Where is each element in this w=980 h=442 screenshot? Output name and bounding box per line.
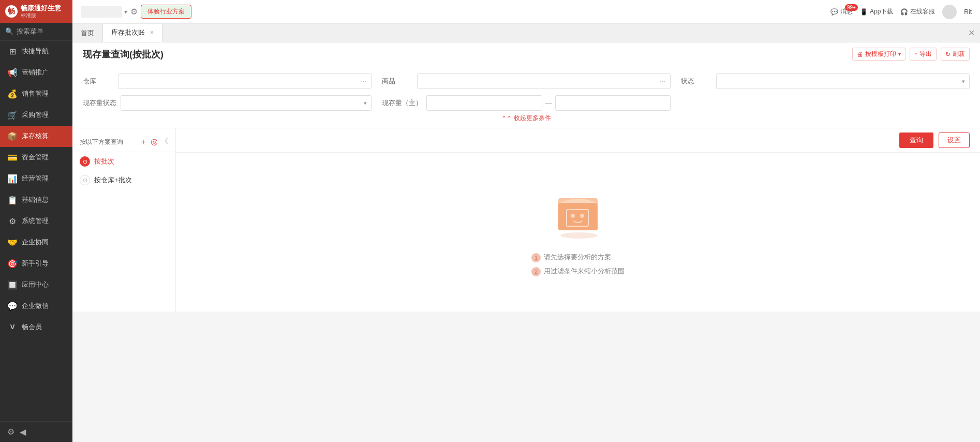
basic-icon: 📋 [7,195,18,205]
sidebar-item-sales[interactable]: 💰 销售管理 [0,83,72,105]
topbar: ▾ ⚙ 体验行业方案 💬 消息 99+ 📱 App下载 🎧 在线客服 Rit [72,0,980,24]
sidebar-item-purchase[interactable]: 🛒 采购管理 [0,105,72,126]
print-dropdown-icon[interactable]: ▾ [898,51,901,57]
query-button[interactable]: 查询 [899,132,933,148]
export-label: 导出 [919,50,932,58]
refresh-label: 刷新 [953,50,965,58]
main-area: ▾ ⚙ 体验行业方案 💬 消息 99+ 📱 App下载 🎧 在线客服 Rit [72,0,980,442]
scheme-panel-header: 按以下方案查询 ＋ ◎ 《 [72,134,175,152]
collapse-button[interactable]: ⌃⌃ 收起更多条件 [501,114,551,123]
refresh-button[interactable]: ↻ 刷新 [941,48,970,61]
scheme-item-batch[interactable]: ⊙ 按批次 [72,152,175,171]
scheme-batch-label: 按批次 [94,157,114,166]
settings-button[interactable]: 设置 [939,132,970,148]
sidebar-item-quick-nav[interactable]: ⊞ 快捷导航 [0,41,72,62]
print-button[interactable]: 🖨 按模板打印 ▾ [852,48,905,61]
collapse-chevron-up-icon: ⌃⌃ [501,115,512,122]
sidebar-item-system[interactable]: ⚙ 系统管理 [0,211,72,232]
warehouse-dots[interactable]: ··· [360,77,367,86]
filter-quantity: 现存量（主） — [382,95,671,111]
export-button[interactable]: ↑ 导出 [910,48,937,61]
topbar-gear-icon[interactable]: ⚙ [130,7,138,17]
collapse-sidebar-icon[interactable]: ◀ [20,427,26,437]
enterprise-icon: 🤝 [7,238,18,247]
warehouse-input-box[interactable]: ··· [118,73,372,89]
add-scheme-icon[interactable]: ＋ [139,137,147,148]
inventory-status-select-wrap[interactable]: 全部 有库存 无库存 [121,95,372,111]
tab-inventory-batch[interactable]: 库存批次账 × [103,24,162,42]
product-dots[interactable]: ··· [659,77,666,86]
topbar-search-input[interactable] [81,6,122,18]
warehouse-label: 仓库 [83,77,114,86]
sidebar-nav: ⊞ 快捷导航 📢 营销推广 💰 销售管理 🛒 采购管理 📦 库存核算 💳 资金管… [0,41,72,421]
status-select[interactable]: 全部 启用 停用 [721,78,965,85]
tab-panel-close-button[interactable]: ✕ [963,24,980,42]
sidebar-item-label: 畅会员 [22,322,42,332]
finance-icon: 💳 [7,153,18,163]
purchase-icon: 🛒 [7,110,18,120]
sidebar-item-marketing[interactable]: 📢 营销推广 [0,62,72,83]
empty-steps: 1 请先选择要分析的方案 2 用过滤条件来缩小分析范围 [531,253,625,281]
headset-icon: 🎧 [900,8,908,16]
filter-inventory-status: 现存量状态 全部 有库存 无库存 [83,95,372,111]
sidebar-item-inventory[interactable]: 📦 库存核算 [0,126,72,147]
scheme-item-warehouse-batch[interactable]: ⊙ 按仓库+批次 [72,171,175,189]
tab-close-icon[interactable]: × [150,29,154,36]
action-bar: 查询 设置 [176,128,980,153]
filter-status: 状态 全部 启用 停用 [681,73,970,89]
messages-badge: 99+ [845,4,858,11]
collapse-scheme-panel-icon[interactable]: 《 [161,137,168,148]
inventory-status-select[interactable]: 全部 有库存 无库存 [125,99,367,107]
app-download-button[interactable]: 📱 App下载 [860,7,893,16]
collapse-row: ⌃⌃ 收起更多条件 [83,111,970,124]
username-label[interactable]: Rit [964,8,972,16]
topbar-left: ▾ ⚙ 体验行业方案 [81,5,825,19]
user-avatar[interactable] [942,5,957,19]
quantity-to-input[interactable] [555,95,671,111]
content-body: 按以下方案查询 ＋ ◎ 《 ⊙ 按批次 ⊙ [72,128,980,312]
sidebar-item-label: 经营管理 [22,174,49,183]
settings-footer-icon[interactable]: ⚙ [7,427,14,437]
sidebar-item-operations[interactable]: 📊 经营管理 [0,168,72,189]
app-logo: 畅 [5,5,18,18]
step-1-num: 1 [531,253,541,262]
svg-point-5 [571,214,575,218]
sidebar-item-label: 库存核算 [22,131,49,141]
tab-home[interactable]: 首页 [72,24,103,42]
product-input[interactable] [422,78,657,85]
quantity-from-input[interactable] [426,95,542,111]
scheme-warehouse-batch-label: 按仓库+批次 [94,175,132,185]
sidebar-search[interactable]: 🔍 搜索菜单 [0,23,72,41]
print-label: 按模板打印 [865,50,896,58]
sidebar-item-wechat[interactable]: 💬 企业微信 [0,296,72,317]
inventory-icon: 📦 [7,131,18,141]
operations-icon: 📊 [7,174,18,184]
messages-button[interactable]: 💬 消息 99+ [830,7,853,16]
trial-button[interactable]: 体验行业方案 [141,5,191,19]
product-input-box[interactable]: ··· [417,73,671,89]
online-service-button[interactable]: 🎧 在线客服 [900,7,935,16]
sidebar-item-label: 企业协同 [22,238,49,247]
sidebar-item-label: 营销推广 [22,68,49,77]
sidebar-item-basic[interactable]: 📋 基础信息 [0,189,72,211]
warehouse-input[interactable] [123,78,358,85]
sidebar-footer: ⚙ ◀ [0,421,72,442]
topbar-chevron-icon[interactable]: ▾ [124,8,127,16]
sidebar-item-enterprise[interactable]: 🤝 企业协同 [0,232,72,253]
sidebar-search-label: 搜索菜单 [17,27,43,36]
sidebar-item-app-center[interactable]: 🔲 应用中心 [0,274,72,296]
phone-icon: 📱 [860,8,868,16]
quantity-label: 现存量（主） [382,98,422,108]
printer-icon: 🖨 [857,51,863,58]
filter-section: 仓库 ··· 商品 ··· 状态 [72,66,980,128]
status-select-wrap[interactable]: 全部 启用 停用 [716,73,970,89]
scheme-settings-icon[interactable]: ◎ [151,137,158,148]
sidebar-item-newbie[interactable]: 🎯 新手引导 [0,253,72,274]
quick-nav-icon: ⊞ [7,47,18,56]
status-label: 状态 [681,77,712,86]
product-label: 商品 [382,77,413,86]
sidebar-item-member[interactable]: V 畅会员 [0,317,72,337]
sidebar-item-label: 快捷导航 [22,47,49,56]
sidebar-item-finance[interactable]: 💳 资金管理 [0,147,72,168]
wechat-icon: 💬 [7,301,18,311]
